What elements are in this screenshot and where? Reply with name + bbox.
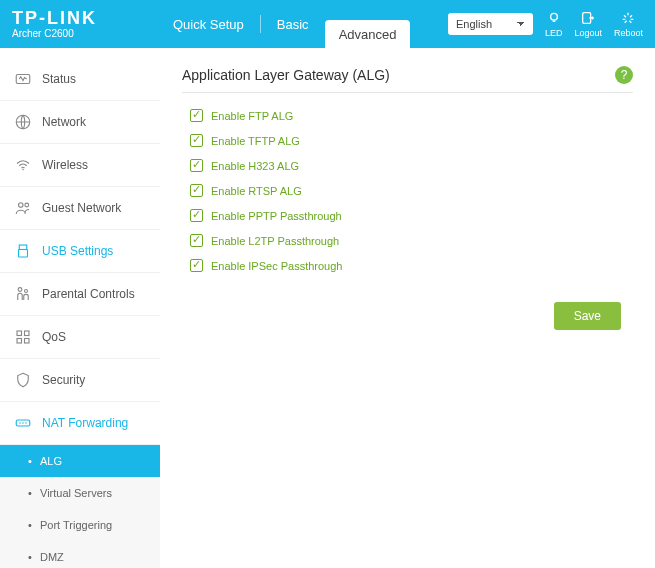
sub-item-dmz[interactable]: DMZ [0, 541, 160, 568]
sidebar-item-label: QoS [42, 330, 66, 344]
reboot-icon [620, 10, 636, 26]
option-ftp[interactable]: Enable FTP ALG [190, 109, 633, 122]
sidebar-item-label: Guest Network [42, 201, 121, 215]
svg-point-18 [25, 422, 27, 424]
sub-item-alg[interactable]: ALG [0, 445, 160, 477]
option-label: Enable L2TP Passthrough [211, 235, 339, 247]
option-label: Enable RTSP ALG [211, 185, 302, 197]
sidebar-item-label: Wireless [42, 158, 88, 172]
option-tftp[interactable]: Enable TFTP ALG [190, 134, 633, 147]
status-icon [14, 70, 32, 88]
sub-item-virtual-servers[interactable]: Virtual Servers [0, 477, 160, 509]
logout-icon [580, 10, 596, 26]
svg-point-17 [22, 422, 24, 424]
sidebar-item-label: Status [42, 72, 76, 86]
tab-quick-setup[interactable]: Quick Setup [157, 0, 260, 48]
svg-point-6 [25, 203, 29, 207]
top-tabs: Quick Setup Basic Advanced [157, 0, 410, 48]
brand-model: Archer C2600 [12, 27, 97, 40]
checkbox-icon [190, 159, 203, 172]
option-label: Enable TFTP ALG [211, 135, 300, 147]
nat-icon [14, 414, 32, 432]
sidebar-item-wireless[interactable]: Wireless [0, 144, 160, 187]
option-l2tp[interactable]: Enable L2TP Passthrough [190, 234, 633, 247]
help-icon[interactable]: ? [615, 66, 633, 84]
parental-icon [14, 285, 32, 303]
svg-rect-11 [17, 331, 22, 336]
tab-basic[interactable]: Basic [261, 0, 325, 48]
svg-rect-7 [19, 245, 27, 250]
svg-rect-14 [25, 339, 30, 344]
body: Status Network Wireless Guest Network US… [0, 48, 655, 568]
checkbox-icon [190, 134, 203, 147]
language-select[interactable]: English [448, 13, 533, 35]
logout-button[interactable]: Logout [574, 10, 602, 38]
content: Application Layer Gateway (ALG) ? Enable… [160, 48, 655, 568]
svg-rect-13 [17, 339, 22, 344]
sub-item-port-triggering[interactable]: Port Triggering [0, 509, 160, 541]
svg-rect-12 [25, 331, 30, 336]
option-label: Enable PPTP Passthrough [211, 210, 342, 222]
led-button[interactable]: LED [545, 10, 563, 38]
qos-icon [14, 328, 32, 346]
page-title-row: Application Layer Gateway (ALG) ? [182, 66, 633, 93]
checkbox-icon [190, 184, 203, 197]
svg-point-4 [22, 169, 24, 171]
sidebar-item-label: USB Settings [42, 244, 113, 258]
sidebar-item-usb-settings[interactable]: USB Settings [0, 230, 160, 273]
security-icon [14, 371, 32, 389]
sidebar-item-security[interactable]: Security [0, 359, 160, 402]
guest-network-icon [14, 199, 32, 217]
svg-point-5 [19, 203, 24, 208]
svg-point-9 [18, 288, 22, 292]
option-h323[interactable]: Enable H323 ALG [190, 159, 633, 172]
brand: TP-LINK Archer C2600 [12, 9, 97, 40]
reboot-button[interactable]: Reboot [614, 10, 643, 38]
checkbox-icon [190, 259, 203, 272]
option-pptp[interactable]: Enable PPTP Passthrough [190, 209, 633, 222]
option-label: Enable FTP ALG [211, 110, 293, 122]
svg-point-10 [25, 290, 28, 293]
checkbox-icon [190, 109, 203, 122]
svg-rect-8 [19, 250, 28, 258]
save-button[interactable]: Save [554, 302, 621, 330]
svg-point-0 [550, 13, 557, 20]
sidebar-item-nat-forwarding[interactable]: NAT Forwarding [0, 402, 160, 445]
sidebar-item-network[interactable]: Network [0, 101, 160, 144]
submenu-nat: ALG Virtual Servers Port Triggering DMZ … [0, 445, 160, 568]
page-title: Application Layer Gateway (ALG) [182, 67, 390, 83]
sidebar-item-parental[interactable]: Parental Controls [0, 273, 160, 316]
sidebar-item-qos[interactable]: QoS [0, 316, 160, 359]
checkbox-icon [190, 209, 203, 222]
sidebar-item-label: Parental Controls [42, 287, 135, 301]
sidebar-item-label: Security [42, 373, 85, 387]
brand-logo: TP-LINK [12, 9, 97, 27]
sidebar: Status Network Wireless Guest Network US… [0, 48, 160, 568]
header-right: English LED Logout Reboot [448, 10, 643, 38]
network-icon [14, 113, 32, 131]
sidebar-item-guest-network[interactable]: Guest Network [0, 187, 160, 230]
sidebar-item-label: NAT Forwarding [42, 416, 128, 430]
sidebar-item-status[interactable]: Status [0, 58, 160, 101]
svg-point-16 [19, 422, 21, 424]
led-icon [546, 10, 562, 26]
svg-rect-2 [16, 75, 30, 84]
option-rtsp[interactable]: Enable RTSP ALG [190, 184, 633, 197]
sidebar-item-label: Network [42, 115, 86, 129]
option-label: Enable H323 ALG [211, 160, 299, 172]
option-ipsec[interactable]: Enable IPSec Passthrough [190, 259, 633, 272]
checkbox-icon [190, 234, 203, 247]
wireless-icon [14, 156, 32, 174]
usb-icon [14, 242, 32, 260]
header: TP-LINK Archer C2600 Quick Setup Basic A… [0, 0, 655, 48]
tab-advanced[interactable]: Advanced [325, 20, 411, 48]
option-label: Enable IPSec Passthrough [211, 260, 342, 272]
